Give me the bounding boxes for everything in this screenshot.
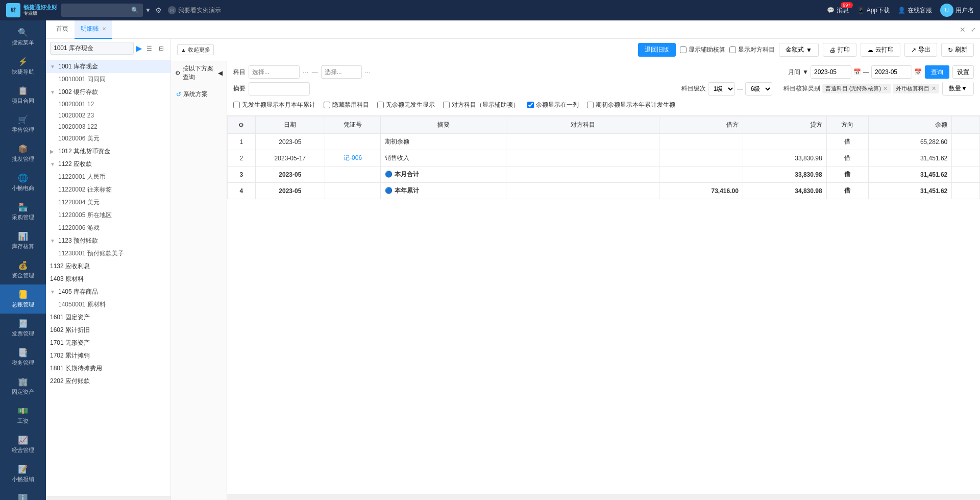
sidebar-item-basic[interactable]: ℹ️ 基础信息 bbox=[0, 488, 46, 500]
cb-no-balance[interactable]: 无余额无发生显示 bbox=[377, 101, 435, 109]
sidebar-item-ecommerce[interactable]: 🌐 小畅电商 bbox=[0, 168, 46, 197]
tree-item-1002[interactable]: ▼ 1002 银行存款 bbox=[46, 86, 170, 99]
tab-detail[interactable]: 明细账 ✕ bbox=[75, 20, 112, 39]
tree-item-1122[interactable]: ▼ 1122 应收款 bbox=[46, 158, 170, 171]
row-voucher[interactable]: 记-006 bbox=[325, 150, 381, 166]
account-selector[interactable]: 1001 库存现金 bbox=[50, 42, 134, 55]
tree-item-10020006[interactable]: 10020006 美元 bbox=[46, 132, 170, 145]
cb-hide-used[interactable]: 隐藏禁用科目 bbox=[324, 101, 369, 109]
sidebar-item-assets[interactable]: 🏢 固定资产 bbox=[0, 372, 46, 401]
tree-item-1132[interactable]: 1132 应收利息 bbox=[46, 260, 170, 273]
collapse-more-btn[interactable]: ▲ 收起更多 bbox=[177, 44, 214, 55]
tree-item-1602[interactable]: 1602 累计折旧 bbox=[46, 324, 170, 337]
print-btn[interactable]: 🖨 打印 bbox=[823, 43, 856, 57]
topbar-appdownload-btn[interactable]: 📱 App下载 bbox=[857, 6, 890, 15]
tree-item-1601[interactable]: 1601 固定资产 bbox=[46, 311, 170, 324]
tree-item-11220004[interactable]: 11220004 美元 bbox=[46, 196, 170, 209]
tree-horizontal-scrollbar[interactable] bbox=[46, 496, 170, 500]
tree-item-11220001[interactable]: 11220001 人民币 bbox=[46, 171, 170, 183]
sidebar-item-tax[interactable]: 📑 税务管理 bbox=[0, 343, 46, 372]
sidebar-item-shortcut[interactable]: ⚡ 快捷导航 bbox=[0, 52, 46, 81]
period-end-calendar-icon[interactable]: 📅 bbox=[914, 68, 922, 76]
category-tag-normal-close[interactable]: ✕ bbox=[883, 85, 888, 92]
table-settings-icon[interactable]: ⚙ bbox=[238, 122, 244, 129]
period-end-input[interactable] bbox=[871, 65, 912, 79]
tree-item-1702[interactable]: 1702 累计摊销 bbox=[46, 349, 170, 362]
grade-from-select[interactable]: 1级2级3级 bbox=[708, 82, 735, 96]
topbar-service-btn[interactable]: 👤 在线客服 bbox=[898, 6, 932, 15]
col-header-settings[interactable]: ⚙ bbox=[228, 116, 256, 134]
tree-item-1801[interactable]: 1801 长期待摊费用 bbox=[46, 362, 170, 375]
sidebar-item-operation[interactable]: 📈 经营管理 bbox=[0, 430, 46, 459]
cb-hide-used-input[interactable] bbox=[324, 102, 330, 108]
cb-balance-one-col-input[interactable] bbox=[527, 102, 534, 108]
tree-item-11230001[interactable]: 11230001 预付账款美子 bbox=[46, 247, 170, 260]
sidebar-item-wholesale[interactable]: 📦 批发管理 bbox=[0, 139, 46, 168]
query-settings-btn[interactable]: 设置 bbox=[952, 65, 974, 79]
grade-to-select[interactable]: 6级2级3级 bbox=[745, 82, 772, 96]
topbar-demo-btn[interactable]: ◎ 我要看实例演示 bbox=[168, 6, 221, 15]
tree-item-14050001[interactable]: 14050001 原材料 bbox=[46, 298, 170, 311]
sidebar-item-retail[interactable]: 🛒 零售管理 bbox=[0, 110, 46, 139]
horizontal-scrollbar[interactable] bbox=[227, 494, 980, 500]
sidebar-item-capital[interactable]: 💰 资金管理 bbox=[0, 255, 46, 284]
topbar-user-btn[interactable]: U 用户名 bbox=[940, 4, 974, 17]
tree-item-1012[interactable]: ▶ 1012 其他货币资金 bbox=[46, 145, 170, 158]
tree-item-11220005[interactable]: 11220005 所在地区 bbox=[46, 209, 170, 222]
cb-initial-balance[interactable]: 期初余额显示本年累计发生额 bbox=[587, 101, 675, 109]
period-start-input[interactable] bbox=[811, 65, 851, 79]
refresh-btn[interactable]: ↻ 刷新 bbox=[941, 43, 974, 57]
account-selector-arrow[interactable]: ▶ bbox=[136, 43, 142, 53]
export-btn[interactable]: ↗ 导出 bbox=[904, 43, 937, 57]
tree-item-1701[interactable]: 1701 无形资产 bbox=[46, 337, 170, 349]
period-dropdown-icon[interactable]: ▼ bbox=[802, 68, 808, 76]
sidebar-item-inventory[interactable]: 📊 库存核算 bbox=[0, 226, 46, 255]
topbar-message-btn[interactable]: 💬 消息 99+ bbox=[827, 6, 849, 15]
tree-item-1001[interactable]: ▼ 1001 库存现金 bbox=[46, 60, 170, 73]
tree-item-1123[interactable]: ▼ 1123 预付账款 bbox=[46, 234, 170, 247]
topbar-search-input[interactable] bbox=[65, 7, 131, 14]
query-settings-icon[interactable]: ⚙ bbox=[175, 69, 181, 77]
cloud-print-btn[interactable]: ☁ 云打印 bbox=[861, 43, 900, 57]
topbar-dropdown-btn[interactable]: ▼ bbox=[145, 7, 151, 14]
subject-more-btn[interactable]: ··· bbox=[303, 68, 309, 76]
cb-contra-input[interactable] bbox=[443, 102, 450, 108]
sidebar-item-search[interactable]: 🔍 搜索菜单 bbox=[0, 22, 46, 52]
sidebar-item-report[interactable]: 📝 小畅报销 bbox=[0, 459, 46, 488]
topbar-settings-btn[interactable]: ⚙ bbox=[155, 6, 162, 14]
category-tag-foreign-close[interactable]: ✕ bbox=[932, 85, 936, 92]
sidebar-item-purchase[interactable]: 🏪 采购管理 bbox=[0, 197, 46, 226]
tree-item-1405[interactable]: ▼ 1405 库存商品 bbox=[46, 285, 170, 298]
scheme-system-item[interactable]: ↺ 系统方案 bbox=[173, 87, 225, 101]
query-collapse-btn[interactable]: ◀ bbox=[218, 69, 223, 77]
show-aux-input[interactable] bbox=[680, 46, 687, 53]
subject-input[interactable] bbox=[249, 65, 300, 79]
cb-no-balance-input[interactable] bbox=[377, 102, 384, 108]
sidebar-item-invoice[interactable]: 🧾 发票管理 bbox=[0, 314, 46, 343]
tab-home[interactable]: 首页 bbox=[50, 20, 75, 39]
summary-input[interactable] bbox=[249, 82, 310, 96]
tree-item-2202[interactable]: 2202 应付账款 bbox=[46, 375, 170, 388]
tree-item-1403[interactable]: 1403 原材料 bbox=[46, 273, 170, 285]
sidebar-item-project[interactable]: 📋 项目合同 bbox=[0, 81, 46, 110]
show-contra-checkbox[interactable]: 显示对方科目 bbox=[729, 45, 775, 54]
tree-item-11220006[interactable]: 11220006 游戏 bbox=[46, 222, 170, 234]
cb-contra[interactable]: 对方科目（显示辅助项） bbox=[443, 101, 519, 109]
tree-item-10020002[interactable]: 10020002 23 bbox=[46, 110, 170, 121]
quantity-dropdown-btn[interactable]: 数量▼ bbox=[942, 82, 974, 96]
query-search-btn[interactable]: 查询 bbox=[925, 65, 949, 79]
tree-item-10020003[interactable]: 10020003 122 bbox=[46, 121, 170, 132]
period-start-calendar-icon[interactable]: 📅 bbox=[853, 68, 861, 76]
show-aux-checkbox[interactable]: 显示辅助核算 bbox=[680, 45, 725, 54]
sidebar-item-general[interactable]: 📒 总账管理 bbox=[0, 284, 46, 314]
category-tag-normal[interactable]: 普通科目 (无特殊核算) ✕ bbox=[822, 84, 891, 93]
cb-balance-one-col[interactable]: 余额显示在一列 bbox=[527, 101, 579, 109]
category-tag-foreign[interactable]: 外币核算科目 ✕ bbox=[893, 84, 939, 93]
gold-mode-btn[interactable]: 金额式 ▼ bbox=[779, 43, 819, 57]
tree-list-view-btn[interactable]: ☰ bbox=[144, 43, 154, 54]
tab-detail-close[interactable]: ✕ bbox=[102, 26, 106, 32]
panel-close-btn[interactable]: ✕ bbox=[960, 26, 966, 34]
tree-item-10010001[interactable]: 10010001 同同同 bbox=[46, 73, 170, 86]
topbar-search-box[interactable]: 🔍 bbox=[61, 4, 143, 17]
subject-end-more-btn[interactable]: ··· bbox=[365, 68, 371, 76]
